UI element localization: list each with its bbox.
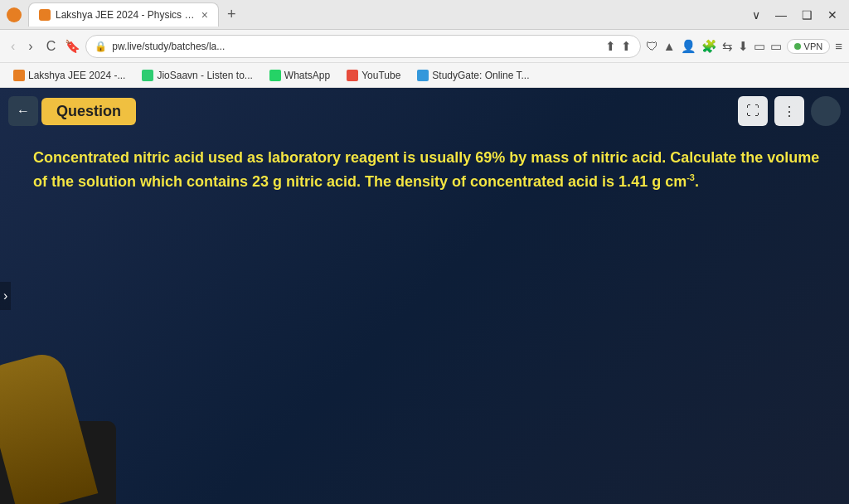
title-bar: Lakshya JEE 2024 - Physics Walla × + ∨ —… (0, 0, 849, 30)
user-avatar[interactable] (811, 96, 841, 126)
window-controls: ∨ — ❑ ✕ (747, 7, 842, 23)
bookmarks-bar: Lakshya JEE 2024 -... JioSaavn - Listen … (0, 63, 849, 88)
bookmark-studygate[interactable]: StudyGate: Online T... (410, 67, 536, 84)
bookmark-favicon-youtube (347, 70, 358, 81)
bookmark-label-whatsapp: WhatsApp (284, 70, 330, 81)
question-text-area: Concentrated nitric acid used as laborat… (33, 146, 832, 194)
side-nav-arrow[interactable]: › (0, 282, 11, 310)
question-badge: ← Question (8, 96, 136, 126)
video-area: ← Question ⛶ ⋮ Concentrated nitric acid … (0, 88, 849, 504)
browser-logo-icon (7, 7, 22, 22)
lock-icon: 🔒 (95, 41, 107, 52)
tablet-icon[interactable]: ▭ (754, 39, 765, 54)
bookmark-page-icon[interactable]: 🔖 (65, 39, 80, 54)
main-content: ← Question ⛶ ⋮ Concentrated nitric acid … (0, 88, 849, 504)
share-icon[interactable]: ⬆ (605, 39, 616, 54)
more-icon: ⋮ (783, 104, 796, 119)
refresh-button[interactable]: C (42, 37, 61, 56)
close-button[interactable]: ✕ (822, 7, 842, 23)
back-button[interactable]: ← (8, 96, 38, 126)
tab-title: Lakshya JEE 2024 - Physics Walla (56, 9, 196, 21)
bookmark-favicon-whatsapp (269, 70, 281, 81)
bookmark-youtube[interactable]: YouTube (340, 67, 407, 84)
vpn-label: VPN (804, 41, 823, 51)
bookmark-favicon-jiosaavn (142, 70, 153, 81)
menu-icon[interactable]: ≡ (835, 39, 842, 53)
bookmark-lakshya[interactable]: Lakshya JEE 2024 -... (7, 67, 132, 84)
triangle-icon[interactable]: ▲ (663, 39, 676, 53)
instructor-area (0, 322, 133, 504)
shortcuts-icon[interactable]: ⇆ (722, 39, 733, 54)
bookmark-label-studygate: StudyGate: Online T... (432, 70, 529, 81)
tab-favicon (39, 9, 51, 21)
toolbar-right: ⛶ ⋮ (738, 96, 841, 126)
bookmark-whatsapp[interactable]: WhatsApp (263, 67, 337, 84)
cast-icon[interactable]: ⬆ (621, 39, 632, 54)
screen-icon[interactable]: ▭ (770, 39, 782, 54)
chevron-down-icon[interactable]: ∨ (747, 7, 765, 23)
fullscreen-icon: ⛶ (746, 104, 759, 119)
url-text: pw.live/study/batches/la... (112, 41, 600, 52)
bookmark-jiosaavn[interactable]: JioSaavn - Listen to... (135, 67, 259, 84)
profile-icon[interactable]: 👤 (681, 39, 696, 54)
side-arrow-icon: › (3, 288, 7, 303)
back-button[interactable]: ‹ (7, 37, 19, 56)
minimize-button[interactable]: — (770, 7, 792, 23)
new-tab-button[interactable]: + (227, 6, 236, 23)
bookmark-favicon-studygate (417, 70, 429, 81)
browser-window: Lakshya JEE 2024 - Physics Walla × + ∨ —… (0, 0, 849, 504)
restore-button[interactable]: ❑ (797, 7, 817, 23)
tab-close-button[interactable]: × (201, 8, 208, 22)
vpn-badge[interactable]: VPN (787, 39, 831, 54)
video-toolbar: ← Question ⛶ ⋮ (8, 96, 841, 126)
back-arrow-icon: ← (17, 104, 30, 119)
bookmark-label-jiosaavn: JioSaavn - Listen to... (157, 70, 252, 81)
vpn-status-dot (794, 43, 801, 50)
more-options-button[interactable]: ⋮ (774, 96, 804, 126)
question-label: Question (41, 98, 136, 125)
bookmark-label-lakshya: Lakshya JEE 2024 -... (28, 70, 125, 81)
question-content: Concentrated nitric acid used as laborat… (33, 149, 819, 190)
active-tab[interactable]: Lakshya JEE 2024 - Physics Walla × (28, 2, 219, 27)
forward-button[interactable]: › (24, 37, 36, 56)
fullscreen-button[interactable]: ⛶ (738, 96, 768, 126)
navigation-bar: ‹ › C 🔖 🔒 pw.live/study/batches/la... ⬆ … (0, 30, 849, 63)
address-bar[interactable]: 🔒 pw.live/study/batches/la... ⬆ ⬆ (85, 35, 641, 58)
bookmark-favicon-lakshya (13, 70, 25, 81)
extensions-icon[interactable]: 🧩 (701, 39, 717, 54)
shield-icon[interactable]: 🛡 (646, 39, 658, 53)
download-icon[interactable]: ⬇ (738, 39, 749, 54)
bookmark-label-youtube: YouTube (361, 70, 400, 81)
